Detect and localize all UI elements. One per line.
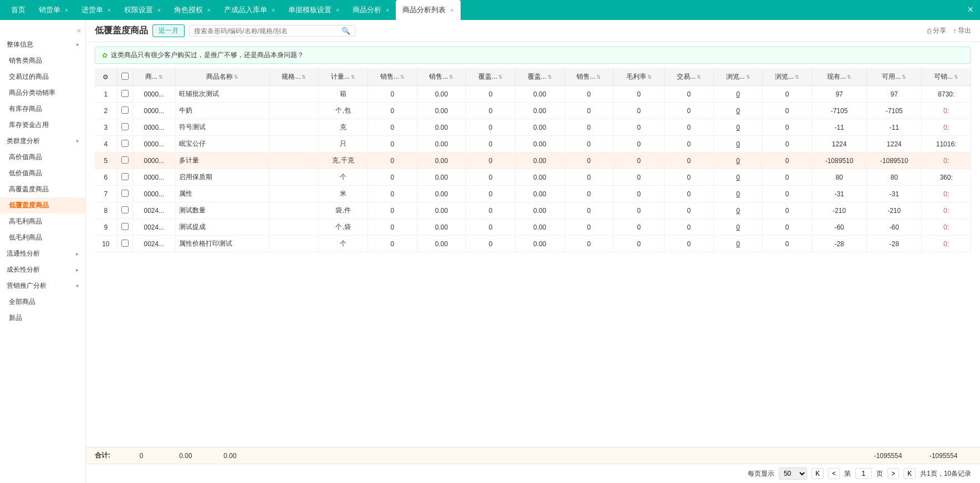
- row-unit: 克,千克: [319, 152, 368, 169]
- sidebar-item-capital[interactable]: 库存资金占用: [0, 117, 85, 133]
- nav-tab-product-analysis[interactable]: 商品分析 ×: [346, 0, 396, 20]
- prev-page-button[interactable]: <: [828, 468, 840, 479]
- row-browse1[interactable]: 0: [713, 236, 763, 252]
- search-icon[interactable]: 🔍: [341, 27, 350, 35]
- coverage1-column-header[interactable]: 覆盖...⇅: [466, 68, 515, 86]
- nav-tab-production[interactable]: 产成品入库单 ×: [217, 0, 282, 20]
- row-checkbox-cell[interactable]: [117, 152, 132, 169]
- stock-sale-column-header[interactable]: 可销...⇅: [922, 68, 971, 86]
- sales-amt-column-header[interactable]: 销售...⇅: [417, 68, 466, 86]
- sidebar-item-traded-products[interactable]: 交易过的商品: [0, 69, 85, 85]
- sidebar-item-sales-products[interactable]: 销售类商品: [0, 53, 85, 69]
- sales-qty-column-header[interactable]: 销售...⇅: [368, 68, 417, 86]
- row-checkbox[interactable]: [121, 223, 129, 230]
- row-checkbox[interactable]: [121, 190, 129, 197]
- row-checkbox-cell[interactable]: [117, 86, 132, 103]
- row-checkbox-cell[interactable]: [117, 103, 132, 119]
- nav-tab-permissions[interactable]: 权限设置 ×: [118, 0, 167, 20]
- code-column-header[interactable]: 商...⇅: [132, 68, 175, 86]
- search-input[interactable]: [194, 27, 341, 35]
- nav-tab-sales[interactable]: 销货单 ×: [32, 0, 75, 20]
- close-all-button[interactable]: ×: [967, 4, 973, 14]
- close-icon[interactable]: ×: [386, 7, 389, 13]
- row-checkbox[interactable]: [121, 173, 129, 180]
- row-checkbox[interactable]: [121, 106, 129, 114]
- row-checkbox[interactable]: [121, 156, 129, 164]
- row-browse1[interactable]: 0: [713, 86, 763, 103]
- close-icon[interactable]: ×: [65, 7, 68, 13]
- close-icon[interactable]: ×: [272, 7, 275, 13]
- row-checkbox-cell[interactable]: [117, 236, 132, 252]
- nav-tab-purchase[interactable]: 进货单 ×: [75, 0, 118, 20]
- export-button[interactable]: ↑ 导出: [953, 26, 971, 35]
- sales3-column-header[interactable]: 销售...⇅: [564, 68, 614, 86]
- sidebar-section-growth[interactable]: 成长性分析 ▸: [0, 262, 85, 278]
- sidebar-item-in-stock[interactable]: 有库存商品: [0, 101, 85, 117]
- row-checkbox-cell[interactable]: [117, 169, 132, 186]
- sidebar-item-low-value[interactable]: 低价值商品: [0, 165, 85, 181]
- nav-tab-home[interactable]: 首页: [4, 0, 32, 20]
- sidebar-item-low-coverage[interactable]: 低覆盖度商品: [0, 197, 85, 213]
- row-browse1[interactable]: 0: [713, 219, 763, 236]
- last-page-button[interactable]: K: [904, 468, 916, 479]
- sidebar-item-high-margin[interactable]: 高毛利商品: [0, 213, 85, 230]
- sidebar-section-marketing[interactable]: 营销推广分析 ▾: [0, 278, 85, 294]
- row-browse1[interactable]: 0: [713, 119, 763, 136]
- row-checkbox[interactable]: [121, 123, 129, 130]
- gross-margin-column-header[interactable]: 毛利率⇅: [614, 68, 665, 86]
- stock-avail-column-header[interactable]: 可用...⇅: [867, 68, 922, 86]
- settings-icon[interactable]: ⚙: [103, 73, 109, 81]
- row-checkbox-cell[interactable]: [117, 119, 132, 136]
- sidebar-section-liquidity[interactable]: 流通性分析 ▸: [0, 246, 85, 262]
- total-sales-qty: 0: [119, 452, 164, 460]
- share-button[interactable]: ⎙ 分享: [927, 26, 946, 35]
- row-checkbox-cell[interactable]: [117, 186, 132, 202]
- row-browse1[interactable]: 0: [713, 169, 763, 186]
- close-icon[interactable]: ×: [450, 7, 453, 13]
- trade-column-header[interactable]: 交易...⇅: [665, 68, 714, 86]
- unit-column-header[interactable]: 计量...⇅: [319, 68, 368, 86]
- sidebar-item-high-value[interactable]: 高价值商品: [0, 149, 85, 165]
- sidebar-collapse-button[interactable]: «: [0, 24, 85, 37]
- row-browse1[interactable]: 0: [713, 136, 763, 152]
- row-checkbox[interactable]: [121, 90, 129, 97]
- sidebar-section-cluster[interactable]: 类群度分析 ▾: [0, 133, 85, 149]
- page-number-input[interactable]: [855, 468, 872, 479]
- row-checkbox-cell[interactable]: [117, 136, 132, 152]
- row-browse1[interactable]: 0: [713, 103, 763, 119]
- settings-column-header[interactable]: ⚙: [95, 68, 117, 86]
- spec-column-header[interactable]: 规格...⇅: [269, 68, 319, 86]
- page-size-select[interactable]: 50 100 200: [779, 467, 807, 480]
- filter-recent-month-button[interactable]: 近一月: [152, 24, 185, 37]
- coverage2-column-header[interactable]: 覆盖...⇅: [515, 68, 564, 86]
- sidebar-section-overall[interactable]: 整体信息 ▾: [0, 37, 85, 53]
- sidebar-item-low-margin[interactable]: 低毛利商品: [0, 230, 85, 246]
- browse1-column-header[interactable]: 浏览...⇅: [713, 68, 763, 86]
- nav-tab-product-analysis-list[interactable]: 商品分析列表 ×: [396, 0, 460, 20]
- sidebar-item-new-products[interactable]: 新品: [0, 310, 85, 326]
- stock-cur-column-header[interactable]: 现有...⇅: [812, 68, 867, 86]
- row-checkbox-cell[interactable]: [117, 202, 132, 219]
- row-checkbox[interactable]: [121, 240, 129, 247]
- sidebar-item-category-rate[interactable]: 商品分类动销率: [0, 85, 85, 101]
- select-all-checkbox[interactable]: [121, 73, 129, 80]
- nav-tab-roles[interactable]: 角色授权 ×: [167, 0, 217, 20]
- row-browse1[interactable]: 0: [713, 202, 763, 219]
- next-page-button[interactable]: >: [887, 468, 899, 479]
- name-column-header[interactable]: 商品名称⇅: [176, 68, 270, 86]
- row-checkbox[interactable]: [121, 140, 129, 147]
- first-page-button[interactable]: K: [811, 468, 824, 479]
- row-browse1[interactable]: 0: [713, 152, 763, 169]
- row-checkbox-cell[interactable]: [117, 219, 132, 236]
- nav-tab-template[interactable]: 单据模板设置 ×: [282, 0, 346, 20]
- row-checkbox[interactable]: [121, 206, 129, 213]
- close-icon[interactable]: ×: [336, 7, 339, 13]
- sidebar-item-high-coverage[interactable]: 高覆盖度商品: [0, 181, 85, 197]
- close-icon[interactable]: ×: [207, 7, 211, 13]
- close-icon[interactable]: ×: [108, 7, 111, 13]
- sidebar-item-all-products[interactable]: 全部商品: [0, 294, 85, 310]
- checkbox-column-header[interactable]: [117, 68, 132, 86]
- row-browse1[interactable]: 0: [713, 186, 763, 202]
- close-icon[interactable]: ×: [157, 7, 161, 13]
- browse2-column-header[interactable]: 浏览...⇅: [763, 68, 812, 86]
